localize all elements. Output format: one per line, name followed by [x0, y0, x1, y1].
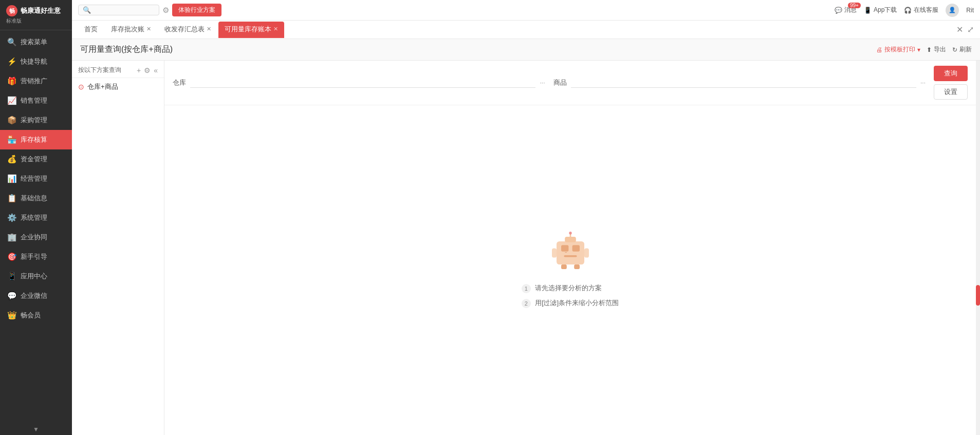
svg-rect-3	[564, 255, 577, 257]
svg-text:--: --	[565, 250, 567, 254]
svg-rect-2	[572, 245, 579, 252]
avatar[interactable]: 👤	[946, 4, 959, 17]
svg-rect-4	[565, 237, 576, 242]
marketing-icon: 🎁	[7, 77, 16, 86]
refresh-btn[interactable]: ↻ 刷新	[952, 45, 972, 54]
sidebar-item-inventory[interactable]: 🏪 库存核算	[0, 130, 72, 149]
gear-icon[interactable]: ⚙	[162, 6, 169, 15]
sidebar-item-basic[interactable]: 📋 基础信息	[0, 188, 72, 208]
filter-add-icon[interactable]: +	[137, 66, 141, 74]
app-icon: 📱	[864, 7, 872, 14]
tab-summary-close[interactable]: ✕	[207, 26, 211, 32]
search-input[interactable]	[93, 7, 155, 14]
product-more-icon[interactable]: ···	[920, 79, 926, 86]
finance-icon: 💰	[7, 155, 16, 164]
tab-actions: ✕ ⤢	[956, 25, 974, 34]
svg-rect-9	[561, 264, 567, 269]
tab-home[interactable]: 首页	[78, 22, 104, 38]
username[interactable]: Rit	[966, 7, 974, 14]
sidebar-item-label: 应用中心	[21, 272, 47, 281]
warehouse-product-icon: ⊙	[78, 83, 84, 91]
sales-icon: 📈	[7, 96, 16, 105]
query-area: 仓库 ··· 商品 ··· 查询 设置	[164, 61, 976, 435]
sidebar-item-label: 新手引导	[21, 252, 47, 261]
sidebar-item-appstore[interactable]: 📱 应用中心	[0, 267, 72, 286]
service-icon: 🎧	[904, 7, 912, 14]
sidebar-item-label: 基础信息	[21, 194, 47, 203]
warehouse-field: 仓库 ···	[173, 78, 545, 88]
hint-num-1: 1	[522, 284, 531, 293]
product-label: 商品	[553, 78, 567, 87]
sidebar-item-label: 采购管理	[21, 116, 47, 125]
empty-hint-2: 2 用[过滤]条件来缩小分析范围	[522, 298, 619, 308]
warehouse-more-icon[interactable]: ···	[540, 79, 545, 86]
sidebar-item-label: 企业微信	[21, 291, 47, 300]
service-label: 在线客服	[914, 6, 938, 14]
tab-available[interactable]: 可用量库存账本 ✕	[218, 22, 284, 38]
product-input[interactable]	[571, 78, 916, 88]
sidebar-item-finance[interactable]: 💰 资金管理	[0, 149, 72, 169]
industry-btn[interactable]: 体验行业方案	[172, 4, 221, 16]
sidebar-item-newbie[interactable]: 🎯 新手引导	[0, 247, 72, 267]
sidebar-item-label: 营销推广	[21, 77, 47, 86]
print-btn[interactable]: 🖨 按模板打印 ▾	[876, 45, 920, 54]
app-label: App下载	[874, 6, 897, 14]
member-icon: 👑	[7, 311, 16, 320]
print-dropdown-icon[interactable]: ▾	[917, 46, 920, 53]
app-download-btn[interactable]: 📱 App下载	[864, 6, 897, 14]
empty-state: -- 1 请先选择要分析的方案 2 用[过滤]条件来缩小分析范围	[164, 105, 976, 435]
close-all-tabs-icon[interactable]: ✕	[956, 25, 963, 34]
tab-summary[interactable]: 收发存汇总表 ✕	[158, 22, 217, 38]
brand-sub: 标准版	[6, 17, 66, 25]
query-button[interactable]: 查询	[934, 66, 968, 81]
main-area: 🔍 ⚙ 体验行业方案 💬 消息 99+ 📱 App下载 🎧 在线客服 👤 Rit	[72, 0, 980, 435]
sidebar-item-purchase[interactable]: 📦 采购管理	[0, 110, 72, 130]
sidebar: 畅 畅康通好生意 标准版 🔍 搜索菜单 ⚡ 快捷导航 🎁 营销推广 📈 销售管理…	[0, 0, 72, 435]
expand-icon[interactable]: ⤢	[967, 25, 974, 34]
sidebar-item-label: 快捷导航	[21, 57, 47, 66]
enterprise-icon: 🏢	[7, 233, 16, 242]
sidebar-nav: 🔍 搜索菜单 ⚡ 快捷导航 🎁 营销推广 📈 销售管理 📦 采购管理 🏪 库存核…	[0, 30, 72, 424]
sidebar-item-wxwork[interactable]: 💬 企业微信	[0, 286, 72, 306]
right-scrollbar[interactable]	[976, 61, 980, 435]
sidebar-item-label: 销售管理	[21, 96, 47, 105]
sidebar-item-enterprise[interactable]: 🏢 企业协同	[0, 228, 72, 247]
sidebar-item-member[interactable]: 👑 畅会员	[0, 306, 72, 325]
message-btn[interactable]: 💬 消息 99+	[835, 6, 857, 14]
export-btn[interactable]: ⬆ 导出	[927, 45, 946, 54]
online-service-btn[interactable]: 🎧 在线客服	[904, 6, 938, 14]
sidebar-item-operations[interactable]: 📊 经营管理	[0, 169, 72, 188]
topbar-right: 💬 消息 99+ 📱 App下载 🎧 在线客服 👤 Rit	[835, 4, 974, 17]
inventory-icon: 🏪	[7, 135, 16, 144]
filter-item-warehouse-product[interactable]: ⊙ 仓库+商品	[72, 78, 164, 96]
filter-collapse-icon[interactable]: «	[154, 66, 158, 74]
sidebar-item-label: 资金管理	[21, 155, 47, 164]
empty-hints: 1 请先选择要分析的方案 2 用[过滤]条件来缩小分析范围	[522, 283, 619, 313]
shortcut-icon: ⚡	[7, 57, 16, 66]
scrollbar-thumb[interactable]	[976, 285, 980, 306]
warehouse-input[interactable]	[190, 78, 535, 88]
tab-batch-close[interactable]: ✕	[146, 26, 151, 32]
topbar-search[interactable]: 🔍	[78, 5, 159, 15]
empty-icon-wrap: --	[547, 228, 594, 275]
hint-text-1: 请先选择要分析的方案	[535, 283, 602, 293]
filter-settings-icon[interactable]: ⚙	[144, 66, 151, 74]
tab-batch[interactable]: 库存批次账 ✕	[105, 22, 157, 38]
sidebar-item-search[interactable]: 🔍 搜索菜单	[0, 32, 72, 52]
sidebar-header: 畅 畅康通好生意 标准版	[0, 0, 72, 30]
tab-available-close[interactable]: ✕	[273, 26, 278, 32]
operations-icon: 📊	[7, 174, 16, 183]
query-settings-button[interactable]: 设置	[934, 84, 968, 100]
print-label: 按模板打印	[884, 45, 915, 54]
refresh-label: 刷新	[959, 45, 972, 54]
warehouse-label: 仓库	[173, 78, 186, 87]
sidebar-item-system[interactable]: ⚙️ 系统管理	[0, 208, 72, 228]
tab-batch-label: 库存批次账	[111, 25, 144, 34]
sidebar-scroll-down[interactable]: ▼	[0, 424, 72, 435]
svg-rect-8	[584, 248, 589, 257]
svg-rect-7	[552, 248, 557, 257]
sidebar-item-shortcut[interactable]: ⚡ 快捷导航	[0, 52, 72, 71]
sidebar-item-sales[interactable]: 📈 销售管理	[0, 91, 72, 110]
tab-summary-label: 收发存汇总表	[164, 25, 205, 34]
sidebar-item-marketing[interactable]: 🎁 营销推广	[0, 71, 72, 91]
